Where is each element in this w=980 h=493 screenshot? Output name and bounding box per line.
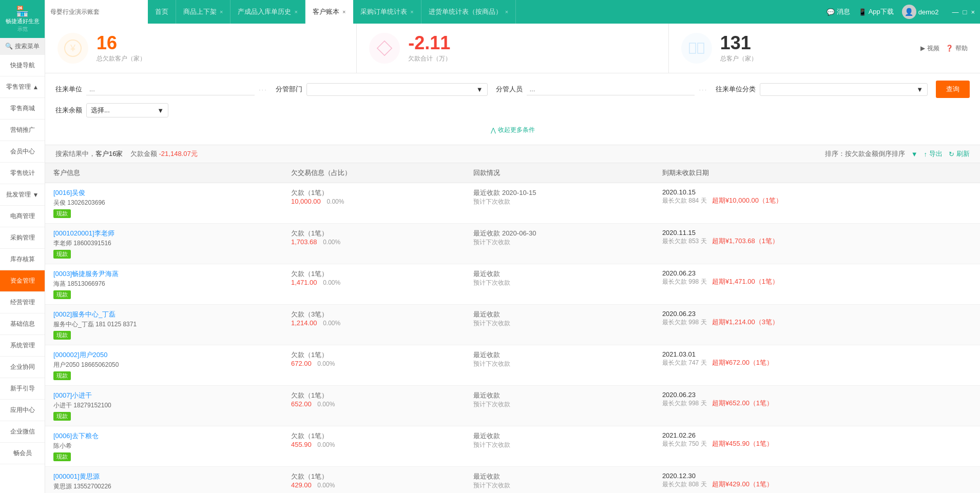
sidebar-item-retail-stats[interactable]: 零售统计 xyxy=(0,163,45,184)
overdue-amount-link[interactable]: 超期¥652.00（1笔） xyxy=(712,399,773,407)
customer-contact: 服务中心_丁磊 181 0125 8371 xyxy=(53,320,275,329)
main-content: 母婴行业演示账套 首页 商品上下架 × 产成品入库单历史 × 客户账本 × 采购… xyxy=(45,0,980,493)
close-btn[interactable]: × xyxy=(971,8,975,16)
sidebar-item-base-info[interactable]: 基础信息 xyxy=(0,313,45,335)
customer-name-link[interactable]: [0006]去下粮仓 xyxy=(53,431,275,441)
customer-name-link[interactable]: [0016]吴俊 xyxy=(53,188,275,198)
filter-category-label: 往来单位分类 xyxy=(716,85,756,94)
overdue-info: 最长欠款 747 天 超期¥672.00（1笔） xyxy=(662,358,972,367)
cell-due-date: 2020.06.23 最长欠款 998 天 超期¥1,214.00（3笔） xyxy=(654,305,980,345)
sidebar-item-wholesale[interactable]: 批发管理 ▼ xyxy=(0,184,45,206)
customer-name-link[interactable]: [000001]黄思源 xyxy=(53,472,275,481)
sidebar-item-finance[interactable]: 资金管理 xyxy=(0,270,45,292)
tab-home[interactable]: 首页 xyxy=(148,0,176,24)
refresh-btn[interactable]: ↻ 刷新 xyxy=(949,149,970,159)
overdue-amount-link[interactable]: 超期¥1,471.00（1笔） xyxy=(712,278,779,285)
next-collect: 预计下次收款 xyxy=(473,198,646,206)
maximize-btn[interactable]: □ xyxy=(963,8,967,16)
customer-name-link[interactable]: [000002]用户2050 xyxy=(53,350,275,360)
search-button[interactable]: 查询 xyxy=(936,81,970,98)
customer-name-link[interactable]: [0003]畅捷服务尹海蒸 xyxy=(53,269,275,279)
sidebar-item-ecommerce[interactable]: 电商管理 xyxy=(0,206,45,227)
overdue-amount-link[interactable]: 超期¥1,703.68（1笔） xyxy=(712,237,779,245)
tab-close-icon[interactable]: × xyxy=(342,9,345,15)
sidebar-item-enterprise[interactable]: 企业协同 xyxy=(0,357,45,378)
overdue-amount-link[interactable]: 超期¥10,000.00（1笔） xyxy=(712,196,782,204)
sidebar-item-label: 批发管理 xyxy=(6,190,31,199)
debt-amount: 1,703.68 0.00% xyxy=(291,238,457,246)
topbar-header: 母婴行业演示账套 xyxy=(45,0,148,24)
debt-amount: 429.00 0.00% xyxy=(291,481,457,489)
app-download-btn[interactable]: 📱 App下载 xyxy=(858,7,894,16)
tab-product-history[interactable]: 产成品入库单历史 × xyxy=(230,0,305,24)
tab-close-icon[interactable]: × xyxy=(505,9,508,15)
sidebar-item-retail-mgmt[interactable]: 零售管理 ▲ xyxy=(0,76,45,98)
due-date: 2020.06.23 xyxy=(662,269,972,277)
filter-item-balance: 往来余额 选择... ▼ xyxy=(55,103,209,117)
filter-item-dept: 分管部门 ▼ xyxy=(276,83,488,96)
tab-product-on-off[interactable]: 商品上下架 × xyxy=(176,0,230,24)
sidebar-item-apps[interactable]: 应用中心 xyxy=(0,400,45,421)
sidebar-item-purchase[interactable]: 采购管理 xyxy=(0,227,45,249)
filter-person-input[interactable] xyxy=(527,83,695,95)
customer-contact: 李老师 18600391516 xyxy=(53,239,275,248)
tab-label: 采购订单统计表 xyxy=(360,7,407,16)
minimize-btn[interactable]: — xyxy=(952,8,959,16)
filter-balance-placeholder: 选择... xyxy=(91,106,110,115)
due-date: 2020.06.23 xyxy=(662,391,972,399)
customer-name-link[interactable]: [0002]服务中心_丁磊 xyxy=(53,310,275,319)
debt-amount: 455.90 0.00% xyxy=(291,441,457,448)
sidebar-item-label: 库存核算 xyxy=(10,255,35,263)
tab-close-icon[interactable]: × xyxy=(220,9,223,15)
filter-dept-select[interactable]: ▼ xyxy=(306,83,488,96)
video-btn[interactable]: ▶ 视频 xyxy=(920,44,939,53)
chevron-down-icon[interactable]: ▼ xyxy=(911,150,918,158)
sidebar-item-marketing[interactable]: 营销推广 xyxy=(0,120,45,141)
sidebar-item-member[interactable]: 会员中心 xyxy=(0,141,45,163)
sidebar-item-guide[interactable]: 新手引导 xyxy=(0,378,45,400)
debt-amount-value: -2.11 xyxy=(408,34,451,52)
customer-contact: 小进干 18279152100 xyxy=(53,401,275,410)
topbar-right: 💬 消息 📱 App下载 👤 demo2 xyxy=(818,5,947,19)
filter-category-select[interactable]: ▼ xyxy=(760,83,928,96)
due-date: 2020.12.30 xyxy=(662,472,972,480)
customer-name-link[interactable]: [0007]小进干 xyxy=(53,391,275,400)
sidebar-item-label: 零售统计 xyxy=(10,169,35,176)
filter-unit-input[interactable] xyxy=(86,83,255,95)
collapse-bar[interactable]: ⋀ 收起更多条件 xyxy=(55,123,970,137)
help-btn[interactable]: ❓ 帮助 xyxy=(946,44,968,53)
filter-balance-select[interactable]: 选择... ▼ xyxy=(86,103,168,117)
filter-unit-dots[interactable]: ··· xyxy=(259,86,267,93)
tab-close-icon[interactable]: × xyxy=(294,9,297,15)
overdue-amount-link[interactable]: 超期¥672.00（1笔） xyxy=(712,359,773,366)
debt-amount: 1,214.00 0.00% xyxy=(291,319,457,327)
sidebar-item-member2[interactable]: 畅会员 xyxy=(0,443,45,464)
export-btn[interactable]: ↑ 导出 xyxy=(924,149,943,159)
cell-customer: [0006]去下粮仓 陈小希 现款 xyxy=(45,426,283,467)
user-avatar[interactable]: 👤 demo2 xyxy=(902,5,939,19)
tab-close-icon[interactable]: × xyxy=(410,9,413,15)
collapse-label: 收起更多条件 xyxy=(498,126,535,134)
overdue-amount-link[interactable]: 超期¥1,214.00（3笔） xyxy=(712,318,779,326)
table-row: [0001020001]李老师 李老师 18600391516 现款 欠款（1笔… xyxy=(45,224,980,264)
filter-item-category: 往来单位分类 ▼ xyxy=(716,83,928,96)
sidebar-item-operation[interactable]: 经营管理 xyxy=(0,292,45,313)
tab-purchase-stats[interactable]: 采购订单统计表 × xyxy=(353,0,421,24)
message-btn[interactable]: 💬 消息 xyxy=(827,7,850,16)
sidebar-item-retail-mall[interactable]: 零售商城 xyxy=(0,98,45,120)
tab-customer-account[interactable]: 客户账本 × xyxy=(305,0,353,24)
customer-name-link[interactable]: [0001020001]李老师 xyxy=(53,229,275,238)
sidebar-item-wechat[interactable]: 企业微信 xyxy=(0,421,45,443)
filter-person-dots[interactable]: ··· xyxy=(699,86,707,93)
debt-customers-icon: ¥ xyxy=(57,33,88,64)
sidebar-item-inventory[interactable]: 库存核算 xyxy=(0,249,45,270)
overdue-amount-link[interactable]: 超期¥429.00（1笔） xyxy=(712,480,773,488)
sidebar-item-quick-nav[interactable]: 快捷导航 xyxy=(0,55,45,76)
tab-purchase-by-product[interactable]: 进货单统计表（按商品） × xyxy=(421,0,516,24)
customer-contact: 陈小希 xyxy=(53,442,275,450)
due-date: 2021.03.01 xyxy=(662,350,972,358)
overdue-amount-link[interactable]: 超期¥455.90（1笔） xyxy=(712,440,773,447)
search-menu[interactable]: 🔍 搜索菜单 xyxy=(0,38,45,55)
last-collect: 最近收款 xyxy=(473,472,646,481)
sidebar-item-system[interactable]: 系统管理 xyxy=(0,335,45,357)
